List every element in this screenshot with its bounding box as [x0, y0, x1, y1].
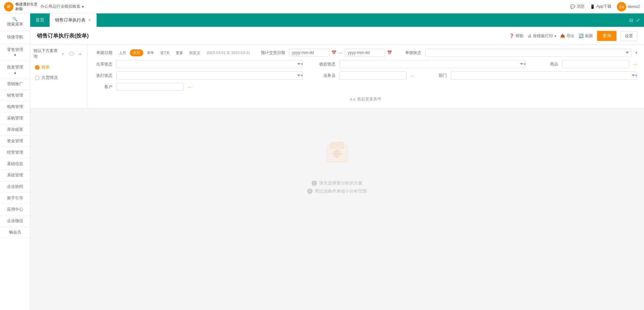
vip-label: 畅会员	[3, 229, 27, 235]
status-dropdown-icon: ▾	[635, 50, 637, 55]
salesperson-label: 业务员	[317, 73, 335, 79]
tab-expand-icon[interactable]: ⤢	[636, 17, 640, 23]
tab-sales-order[interactable]: 销售订单执行表 ×	[50, 13, 97, 27]
filter-row-3: 执行状态 ▾ 业务员 ··· 部门 ▾	[94, 71, 637, 80]
customer-input[interactable]	[116, 83, 183, 91]
collapse-button[interactable]: ∧∧ 收起更多条件	[94, 94, 637, 104]
sidebar-item-system[interactable]: 系统管理	[0, 170, 30, 181]
exec-status-select[interactable]	[116, 71, 303, 80]
settings-button[interactable]: 设置	[621, 31, 637, 41]
sidebar-item-operations[interactable]: 经营管理	[0, 147, 30, 158]
sidebar-item-guide[interactable]: 新手引导	[0, 193, 30, 204]
print-button[interactable]: 🖨 按模板打印 ▾	[528, 33, 556, 39]
left-filter-icons: + ✎ «	[59, 50, 84, 57]
sidebar-item-sales[interactable]: 销售管理	[0, 90, 30, 101]
scheme-item-shortage[interactable]: 欠货情况	[30, 72, 87, 83]
customer-label: 客户	[94, 84, 112, 90]
sidebar-item-wechat[interactable]: 企业微信	[0, 215, 30, 227]
content-area: 首页 销售订单执行表 × ⊟ ⤢ 销售订单执行表(按单) ❓	[30, 13, 644, 310]
export-button[interactable]: 📤 导出	[560, 33, 575, 39]
product-input[interactable]	[562, 60, 629, 68]
salesperson-input[interactable]	[339, 71, 407, 80]
sidebar-item-apps[interactable]: 应用中心	[0, 204, 30, 215]
sidebar-item-quicknav[interactable]: 快捷导航	[0, 31, 30, 44]
inventory-label: 库存核算	[3, 127, 27, 133]
wechat-label: 企业微信	[3, 218, 27, 224]
sidebar-item-finance[interactable]: 资金管理	[0, 136, 30, 147]
username-label: demo2	[628, 4, 640, 9]
quick-date-thismonth[interactable]: 本月	[130, 49, 143, 56]
add-scheme-icon[interactable]: +	[59, 50, 66, 57]
sidebar-item-search[interactable]: 🔍 搜索菜单	[0, 13, 30, 31]
sidebar-item-collab[interactable]: 企业协同	[0, 181, 30, 193]
user-profile[interactable]: Ea demo2	[617, 2, 640, 11]
marketing-label: 营销推广	[3, 81, 27, 87]
quick-date-lastmonth[interactable]: 上月	[116, 49, 128, 56]
quick-date-more[interactable]: 更多	[173, 49, 185, 56]
tab-home[interactable]: 首页	[30, 13, 50, 27]
scheme-item-by-order[interactable]: ✓ 按单	[30, 62, 87, 72]
dept-label: 部门	[428, 73, 447, 79]
scheme-shortage-label: 欠货情况	[42, 75, 58, 81]
sidebar-item-inventory[interactable]: 库存核算	[0, 124, 30, 136]
wholesale-arrow: ▴	[14, 70, 16, 75]
edit-scheme-icon[interactable]: ✎	[68, 50, 75, 57]
retail-arrow: ▾	[14, 53, 16, 57]
logo-area[interactable]: 好 畅捷通好生意 标版	[4, 2, 38, 11]
refresh-label: 刷新	[585, 33, 593, 39]
salesperson-more-icon[interactable]: ···	[411, 73, 415, 78]
sidebar-item-ecom[interactable]: 电商管理	[0, 101, 30, 113]
hint-text-1: 请先选择要分析的方案	[319, 180, 363, 186]
outbound-select[interactable]	[116, 60, 303, 68]
tab-active-label: 销售订单执行表	[55, 17, 86, 23]
help-button[interactable]: ❓ 帮助	[509, 33, 524, 39]
dept-select[interactable]	[451, 71, 637, 80]
message-action[interactable]: 💬 消息	[570, 4, 585, 9]
refresh-button[interactable]: 🔄 刷新	[579, 33, 593, 39]
expected-date-range: 📅 — 📅	[289, 49, 392, 57]
expected-date-to[interactable]	[345, 49, 385, 57]
filter-row-2: 出库状态 ▾ 收款状态 ▾ 商品 ···	[94, 60, 637, 68]
sidebar-item-marketing[interactable]: 营销推广	[0, 79, 30, 90]
logo-text: 畅捷通好生意 标版	[15, 2, 38, 11]
basic-label: 基础信息	[3, 161, 27, 167]
page-header: 销售订单执行表(按单) ❓ 帮助 🖨 按模板打印 ▾ 📤	[30, 27, 644, 45]
scheme-by-order-label: 按单	[42, 64, 50, 70]
export-icon: 📤	[560, 34, 565, 38]
sidebar-item-vip[interactable]: 畅会员	[0, 227, 30, 238]
collab-label: 企业协同	[3, 184, 27, 190]
outbound-arrow: ▾	[301, 62, 303, 66]
breadcrumb[interactable]: 办公用品行业模拟账套 ▾	[40, 4, 84, 9]
sidebar-item-retail[interactable]: 零售管理 ▾	[0, 44, 30, 61]
empty-state-icon	[320, 135, 354, 173]
export-label: 导出	[567, 33, 575, 39]
page-title: 销售订单执行表(按单)	[37, 33, 89, 40]
tab-bar: 首页 销售订单执行表 × ⊟ ⤢	[30, 13, 644, 27]
sidebar-search-label: 搜索菜单	[1, 21, 29, 27]
collection-label: 收款状态	[317, 61, 335, 67]
scheme-active-dot: ✓	[35, 65, 40, 70]
quicknav-label: 快捷导航	[1, 34, 29, 40]
sidebar: 🔍 搜索菜单 快捷导航 零售管理 ▾ 批发管理 ▴ 营销推广 销售管理 电商管理…	[0, 13, 30, 310]
sidebar-item-wholesale[interactable]: 批发管理 ▴	[0, 61, 30, 79]
quick-date-custom[interactable]: 自定义	[187, 49, 203, 56]
expected-date-from[interactable]	[289, 49, 329, 57]
tab-close-icon[interactable]: ×	[88, 18, 91, 22]
print-icon: 🖨	[528, 34, 532, 38]
status-select[interactable]	[425, 49, 631, 57]
search-button[interactable]: 查询	[597, 31, 616, 41]
message-icon: 💬	[570, 4, 575, 9]
sidebar-item-purchase[interactable]: 采购管理	[0, 113, 30, 124]
collection-select[interactable]	[339, 60, 526, 68]
app-download-label: App下载	[596, 4, 611, 9]
customer-more-icon[interactable]: ···	[187, 84, 192, 90]
app-download-action[interactable]: 📱 App下载	[590, 4, 611, 9]
sidebar-item-basic[interactable]: 基础信息	[0, 158, 30, 170]
collapse-panel-icon[interactable]: «	[77, 50, 84, 57]
left-filter-title: 按以下方案查询	[34, 48, 59, 59]
product-more-icon[interactable]: ···	[633, 61, 637, 67]
quick-date-7days[interactable]: 近7天	[158, 49, 172, 56]
empty-state: 1 请先选择要分析的方案 2 用过滤条件来缩小分析范围	[30, 108, 644, 223]
quick-date-thisyear[interactable]: 本年	[145, 49, 157, 56]
tab-minimize-icon[interactable]: ⊟	[629, 17, 633, 23]
